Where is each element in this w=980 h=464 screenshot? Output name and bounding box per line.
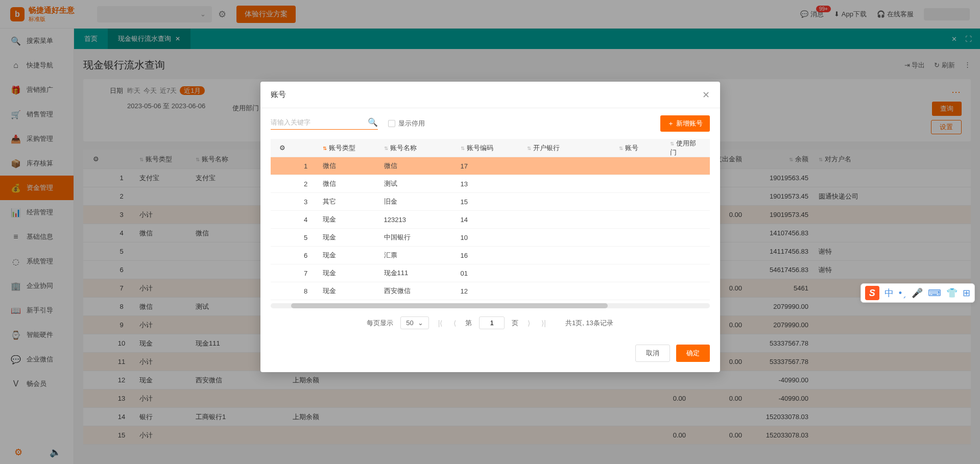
cell-name: 123213 (379, 216, 456, 224)
mcol-type[interactable]: ⇅账号类型 (318, 143, 379, 153)
confirm-button[interactable]: 确定 (676, 345, 710, 362)
close-icon[interactable]: ✕ (702, 89, 710, 101)
cell-type: 其它 (318, 197, 379, 206)
modal-pager: 每页显示 50 ⌄ |⟨ ⟨ 第 页 ⟩ ⟩| 共1页, 13条记录 (260, 308, 720, 337)
list-item[interactable]: 5现金中国银行10 (271, 229, 710, 247)
add-account-button[interactable]: ＋ 新增账号 (660, 115, 710, 132)
search-input[interactable] (271, 118, 368, 126)
horizontal-scrollbar[interactable] (271, 303, 710, 308)
row-index: 6 (294, 252, 318, 259)
show-disabled-label: 显示停用 (398, 119, 425, 128)
modal-toolbar: 🔍 显示停用 ＋ 新增账号 (260, 108, 720, 139)
prev-page-icon[interactable]: ⟨ (451, 319, 458, 327)
list-item[interactable]: 8现金西安微信12 (271, 282, 710, 300)
ime-punct-icon[interactable]: •ˏ (899, 287, 906, 299)
pager-total: 共1页, 13条记录 (565, 319, 613, 328)
cell-name: 中国银行 (379, 233, 456, 242)
cell-type: 现金 (318, 286, 379, 296)
mcol-dept[interactable]: ⇅使用部门 (665, 139, 706, 157)
cell-code: 16 (456, 252, 522, 259)
per-page-value: 50 (406, 319, 413, 327)
cell-code: 14 (456, 216, 522, 224)
row-index: 7 (294, 270, 318, 277)
first-page-icon[interactable]: |⟨ (436, 319, 445, 327)
mcol-acct[interactable]: ⇅账号 (614, 143, 665, 153)
search-box: 🔍 (271, 117, 378, 130)
cell-code: 15 (456, 198, 522, 206)
chevron-down-icon: ⌄ (418, 319, 423, 327)
cell-name: 微信 (379, 161, 456, 170)
page-input[interactable] (479, 316, 505, 329)
plus-icon: ＋ (667, 119, 674, 128)
row-index: 1 (294, 162, 318, 170)
cell-code: 17 (456, 162, 522, 170)
next-page-icon[interactable]: ⟩ (525, 319, 532, 327)
modal-header: 账号 ✕ (260, 82, 720, 108)
ime-logo-icon: S (865, 286, 879, 300)
list-item[interactable]: 6现金汇票16 (271, 247, 710, 264)
cancel-button[interactable]: 取消 (635, 345, 670, 362)
mcol-name[interactable]: ⇅账号名称 (379, 143, 456, 153)
row-index: 8 (294, 287, 318, 295)
modal-footer: 取消 确定 (260, 337, 720, 372)
cell-type: 现金 (318, 233, 379, 242)
modal-table-header: ⚙ ⇅账号类型 ⇅账号名称 ⇅账号编码 ⇅开户银行 ⇅账号 ⇅使用部门 (271, 139, 710, 157)
cell-type: 微信 (318, 179, 379, 188)
row-index: 4 (294, 216, 318, 224)
mcol-bank[interactable]: ⇅开户银行 (522, 143, 614, 153)
ime-toolbox-icon[interactable]: ⊞ (963, 287, 970, 299)
cell-type: 现金 (318, 215, 379, 224)
ime-skin-icon[interactable]: 👕 (946, 287, 958, 299)
cell-name: 测试 (379, 179, 456, 188)
search-icon[interactable]: 🔍 (368, 117, 378, 127)
gear-column-icon[interactable]: ⚙ (271, 144, 294, 152)
list-item[interactable]: 3其它旧金15 (271, 193, 710, 211)
show-disabled-checkbox[interactable]: 显示停用 (388, 119, 425, 128)
cell-code: 01 (456, 270, 522, 277)
cell-code: 10 (456, 234, 522, 241)
list-item[interactable]: 2微信测试13 (271, 175, 710, 193)
per-page-label: 每页显示 (367, 319, 393, 328)
ime-keyboard-icon[interactable]: ⌨ (928, 287, 941, 299)
cell-type: 微信 (318, 161, 379, 170)
page-prefix: 第 (465, 319, 472, 328)
cell-code: 13 (456, 180, 522, 188)
add-account-label: 新增账号 (676, 119, 703, 128)
per-page-select[interactable]: 50 ⌄ (400, 316, 428, 329)
cell-type: 现金 (318, 268, 379, 278)
list-item[interactable]: 7现金现金11101 (271, 264, 710, 282)
list-item[interactable]: 1微信微信17 (271, 157, 710, 175)
page-suffix: 页 (512, 319, 518, 328)
cell-name: 旧金 (379, 197, 456, 206)
cell-code: 12 (456, 287, 522, 295)
row-index: 2 (294, 180, 318, 188)
cell-name: 汇票 (379, 251, 456, 260)
ime-mic-icon[interactable]: 🎤 (912, 287, 923, 299)
cell-name: 西安微信 (379, 286, 456, 296)
modal-table: ⚙ ⇅账号类型 ⇅账号名称 ⇅账号编码 ⇅开户银行 ⇅账号 ⇅使用部门 1微信微… (260, 139, 720, 300)
mcol-code[interactable]: ⇅账号编码 (456, 143, 522, 153)
cell-type: 现金 (318, 251, 379, 260)
checkbox-icon (388, 120, 395, 127)
cell-name: 现金111 (379, 268, 456, 278)
row-index: 5 (294, 234, 318, 241)
modal-title: 账号 (271, 90, 286, 100)
ime-toolbar[interactable]: S 中 •ˏ 🎤 ⌨ 👕 ⊞ (861, 283, 975, 303)
ime-lang-label[interactable]: 中 (885, 287, 894, 299)
scrollbar-thumb[interactable] (291, 303, 608, 308)
account-picker-modal: 账号 ✕ 🔍 显示停用 ＋ 新增账号 ⚙ ⇅账号类型 ⇅账号名称 ⇅账号编码 ⇅… (260, 82, 720, 372)
list-item[interactable]: 4现金12321314 (271, 211, 710, 229)
last-page-icon[interactable]: ⟩| (539, 319, 548, 327)
row-index: 3 (294, 198, 318, 206)
